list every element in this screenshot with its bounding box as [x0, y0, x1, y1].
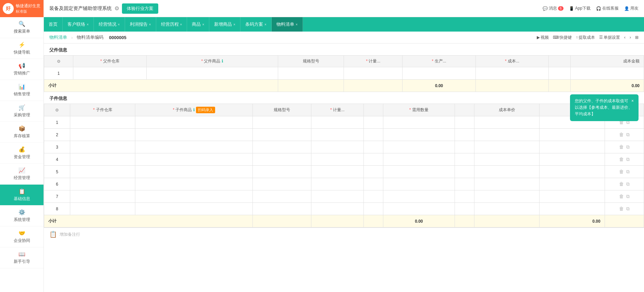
tab-close-8[interactable]: × [296, 23, 298, 26]
child-row-4-qty[interactable] [383, 153, 455, 166]
child-col-settings[interactable]: ⚙ [44, 104, 70, 116]
app-download-item[interactable]: 📱 App下载 [569, 5, 591, 11]
sidebar-item-6[interactable]: 💰资金管理 [0, 143, 44, 164]
child-row-8-unit[interactable] [311, 203, 363, 215]
child-row-2-qty[interactable] [383, 129, 455, 141]
child-row-6-unitprice[interactable] [474, 178, 540, 190]
sidebar-item-4[interactable]: 🛒采购管理 [0, 101, 44, 122]
child-row-7-product[interactable] [135, 190, 253, 203]
child-row-7-warehouse[interactable] [70, 190, 135, 203]
parent-row-1-production[interactable] [402, 67, 476, 80]
delete-icon-7[interactable]: 🗑 [619, 194, 624, 199]
scan-button[interactable]: 扫码录入 [196, 107, 215, 113]
child-row-8-spec[interactable] [253, 203, 311, 215]
child-row-1-spec[interactable] [253, 116, 311, 129]
message-item[interactable]: 💬 消息 6 [543, 5, 564, 11]
child-product-info-icon[interactable]: ℹ [193, 107, 195, 112]
sidebar-item-5[interactable]: 📦库存核算 [0, 122, 44, 143]
tab-close-5[interactable]: × [202, 23, 204, 26]
tab-close-1[interactable]: × [87, 23, 89, 26]
copy-icon-6[interactable]: ⧉ [626, 181, 630, 187]
copy-icon-7[interactable]: ⧉ [626, 194, 630, 199]
child-row-6-unit[interactable] [311, 178, 363, 190]
trial-button[interactable]: 体验行业方案 [122, 3, 158, 14]
child-row-8-warehouse[interactable] [70, 203, 135, 215]
child-row-5-product[interactable] [135, 166, 253, 178]
child-row-7-spec[interactable] [253, 190, 311, 203]
delete-icon-3[interactable]: 🗑 [619, 144, 624, 150]
child-row-5-unitprice[interactable] [474, 166, 540, 178]
child-row-8-product[interactable] [135, 203, 253, 215]
tab-close-7[interactable]: × [264, 23, 267, 26]
tab-close-4[interactable]: × [180, 23, 182, 26]
parent-product-info-icon[interactable]: ℹ [222, 59, 223, 63]
child-row-3-warehouse[interactable] [70, 141, 135, 153]
child-row-3-spec[interactable] [253, 141, 311, 153]
breadcrumb-parent[interactable]: 物料清单 [49, 34, 67, 40]
child-row-1-product[interactable] [135, 116, 253, 129]
parent-col-settings[interactable]: ⚙ [44, 56, 73, 67]
toolbar-video[interactable]: ▶ 视频 [537, 35, 549, 40]
child-row-4-unit[interactable] [311, 153, 363, 166]
sidebar-item-3[interactable]: 📊销售管理 [0, 80, 44, 101]
child-row-7-unitprice[interactable] [474, 190, 540, 203]
tab-6[interactable]: 新增商品× [209, 17, 240, 32]
delete-icon-5[interactable]: 🗑 [619, 169, 624, 174]
sidebar-item-9[interactable]: ⚙️系统管理 [0, 206, 44, 226]
child-row-3-unitprice[interactable] [474, 141, 540, 153]
toolbar-expand[interactable]: ⊞ [635, 35, 639, 40]
copy-icon-5[interactable]: ⧉ [626, 169, 630, 174]
child-row-5-spec[interactable] [253, 166, 311, 178]
child-row-4-unitprice[interactable] [474, 153, 540, 166]
toolbar-shortcut[interactable]: ⌨ 快捷键 [553, 35, 572, 40]
child-row-1-unitprice[interactable] [474, 116, 540, 129]
delete-icon-4[interactable]: 🗑 [619, 156, 624, 162]
tab-8[interactable]: 物料清单× [272, 17, 303, 32]
delete-icon-8[interactable]: 🗑 [619, 206, 624, 211]
child-row-5-warehouse[interactable] [70, 166, 135, 178]
child-row-2-product[interactable] [135, 129, 253, 141]
sidebar-item-8[interactable]: 📋基础信息 [0, 185, 44, 206]
parent-row-1-spec[interactable] [278, 67, 344, 80]
toolbar-nav-prev[interactable]: ‹ [624, 35, 626, 40]
child-row-3-product[interactable] [135, 141, 253, 153]
child-row-5-qty[interactable] [383, 166, 455, 178]
child-row-1-warehouse[interactable] [70, 116, 135, 129]
gear-icon[interactable]: ⚙ [114, 5, 119, 12]
tab-close-3[interactable]: × [149, 23, 151, 26]
child-row-1-qty[interactable] [383, 116, 455, 129]
copy-icon-3[interactable]: ⧉ [626, 144, 630, 150]
child-row-6-spec[interactable] [253, 178, 311, 190]
parent-row-1-warehouse[interactable] [73, 67, 147, 80]
child-row-7-unit[interactable] [311, 190, 363, 203]
toolbar-nav-next[interactable]: › [630, 35, 631, 40]
child-row-3-unit[interactable] [311, 141, 363, 153]
sidebar-item-1[interactable]: ⚡快捷导航 [0, 38, 44, 59]
child-row-8-unitprice[interactable] [474, 203, 540, 215]
tab-3[interactable]: 利润报告× [125, 17, 156, 32]
online-support-item[interactable]: 🎧 在线客服 [596, 5, 619, 11]
child-row-6-product[interactable] [135, 178, 253, 190]
copy-icon-2[interactable]: ⧉ [626, 132, 630, 137]
child-row-2-unitprice[interactable] [474, 129, 540, 141]
child-row-5-unit[interactable] [311, 166, 363, 178]
child-row-6-warehouse[interactable] [70, 178, 135, 190]
child-row-2-spec[interactable] [253, 129, 311, 141]
delete-icon-2[interactable]: 🗑 [619, 132, 624, 137]
delete-icon-6[interactable]: 🗑 [619, 181, 624, 187]
sidebar-item-10[interactable]: 🤝企业协同 [0, 226, 44, 247]
copy-icon-4[interactable]: ⧉ [626, 156, 630, 162]
tab-1[interactable]: 客户联络× [63, 17, 94, 32]
tab-2[interactable]: 经营情况× [94, 17, 125, 32]
toolbar-extract-cost[interactable]: ↑ 提取成本 [576, 35, 595, 40]
parent-row-1-cost[interactable] [475, 67, 549, 80]
tab-5[interactable]: 商品× [187, 17, 209, 32]
tab-close-2[interactable]: × [118, 23, 120, 26]
child-row-2-unit[interactable] [311, 129, 363, 141]
parent-row-1-unit[interactable] [344, 67, 402, 80]
sidebar-item-0[interactable]: 🔍搜索菜单 [0, 17, 44, 38]
tab-4[interactable]: 经营历程× [156, 17, 187, 32]
child-row-4-warehouse[interactable] [70, 153, 135, 166]
child-row-4-product[interactable] [135, 153, 253, 166]
child-row-7-qty[interactable] [383, 190, 455, 203]
